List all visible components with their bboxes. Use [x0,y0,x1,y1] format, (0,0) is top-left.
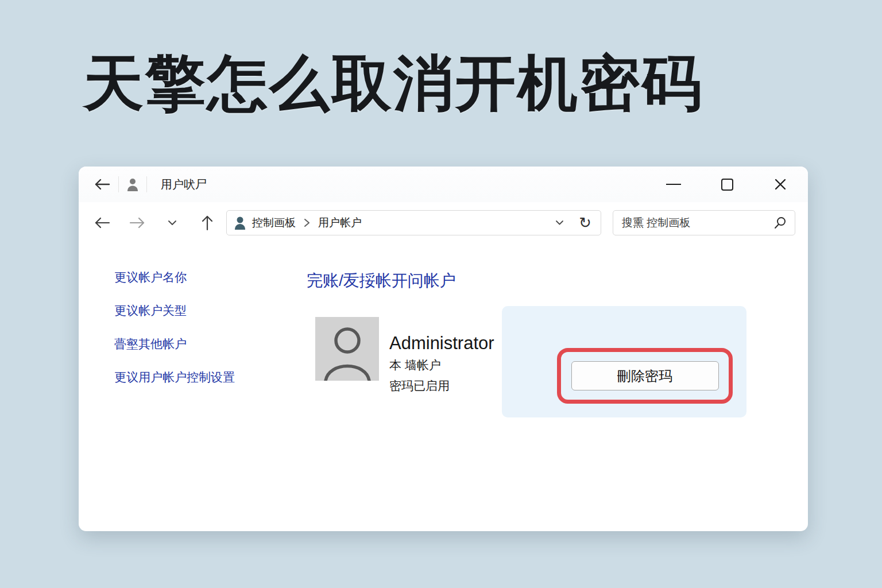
sidebar-item-change-uac-settings[interactable]: 更议用户帐户控制设置 [114,369,235,385]
page-title: 天擎怎么取消开机密码 [83,44,703,125]
nav-recent-pages-button[interactable] [154,220,189,226]
breadcrumb-chevron-icon [304,218,310,227]
task-sidebar: 更议帐户名你 更议帐户关型 瞢壑其他帐户 更议用户帐户控制设置 [114,269,235,385]
delete-password-button[interactable]: 刪除密玛 [571,361,719,390]
search-placeholder: 搜熏 控制画板 [622,215,690,230]
close-button[interactable] [767,173,794,196]
account-name: Administrator [389,333,494,354]
minimize-icon [666,184,681,185]
titlebar-divider [118,176,119,192]
navigation-toolbar: 控制画板 用户帐户 ↻ 搜熏 控制画板 [79,202,808,243]
chevron-down-icon [168,220,177,226]
window-controls [634,173,808,196]
titlebar-divider-2 [146,176,147,192]
titlebar-back-icon[interactable] [94,177,111,191]
breadcrumb-current[interactable]: 用户帐户 [318,215,362,230]
app-title: 用户吠尸 [161,177,207,192]
up-arrow-icon [201,215,214,231]
maximize-button[interactable] [713,173,741,196]
minimize-button[interactable] [660,173,687,196]
maximize-icon [721,179,733,191]
address-bar[interactable]: 控制画板 用户帐户 ↻ [226,210,601,235]
sidebar-item-change-account-type[interactable]: 更议帐户关型 [114,303,235,319]
account-type-label: 本 墙帐户 [389,357,441,373]
breadcrumb-root[interactable]: 控制画板 [252,215,296,230]
titlebar: 用户吠尸 [79,167,808,202]
close-icon [773,177,787,191]
forward-arrow-icon [129,216,145,229]
search-input[interactable]: 搜熏 控制画板 [613,210,795,235]
refresh-icon[interactable]: ↻ [579,215,591,230]
nav-forward-button[interactable] [119,216,154,229]
location-user-icon [234,216,246,230]
nav-up-button[interactable] [189,215,225,231]
avatar [315,317,379,381]
page-heading: 完账/叐挼帐开问帐户 [307,270,456,292]
search-icon[interactable] [773,216,786,229]
app-user-icon [126,177,139,191]
sidebar-item-change-account-name[interactable]: 更议帐户名你 [114,269,235,285]
sidebar-item-manage-other-accounts[interactable]: 瞢壑其他帐户 [114,336,235,352]
user-accounts-window: 用户吠尸 [79,167,808,531]
back-arrow-icon [94,216,110,229]
person-outline-icon [319,321,376,381]
address-dropdown-icon[interactable] [555,220,564,226]
red-highlight-box: 刪除密玛 [557,348,733,404]
nav-back-button[interactable] [84,216,119,229]
password-status-label: 密玛已启用 [389,378,450,394]
